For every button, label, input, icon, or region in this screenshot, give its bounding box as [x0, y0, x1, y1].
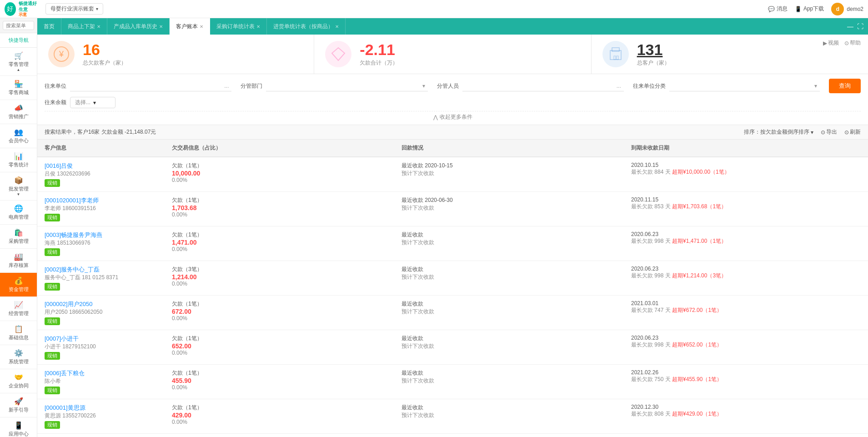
filter-select-category[interactable]: ▾ [669, 81, 820, 91]
close-icon[interactable]: ✕ [335, 24, 339, 29]
collect-info: 最近收款 预计下次收款 [401, 335, 631, 350]
customer-name-link[interactable]: [000001]黄思源 [45, 404, 172, 412]
debt-amount-link[interactable]: 1,471.00 [172, 239, 401, 246]
filter-select-balance[interactable]: 选择... ▾ [70, 97, 115, 108]
quick-nav[interactable]: 快捷导航 [0, 33, 37, 48]
search-input[interactable] [3, 21, 34, 30]
sidebar-item-finance[interactable]: 💰 资金管理 [0, 273, 37, 297]
filter-label-unit: 往来单位 [45, 82, 66, 90]
overdue-link[interactable]: 超期¥10,000.00（1笔） [672, 169, 730, 175]
sidebar-item-member[interactable]: 👥 会员中心 [0, 124, 37, 148]
debt-amount-link[interactable]: 652.00 [172, 342, 401, 350]
sidebar-item-ops[interactable]: 📈 经营管理 [0, 297, 37, 321]
maximize-icon[interactable]: ⛶ [857, 23, 863, 30]
sidebar-item-retail-stats[interactable]: 📊 零售统计 [0, 148, 37, 172]
overdue-link[interactable]: 超期¥672.00（1笔） [672, 307, 722, 313]
due-info: 2021.02.26 最长欠款 750 天 超期¥455.90（1笔） [631, 369, 861, 383]
stat-icon-diamond [325, 41, 351, 67]
overdue-link[interactable]: 超期¥1,703.68（1笔） [672, 203, 727, 210]
sidebar-item-inventory[interactable]: 🏭 库存核算 [0, 249, 37, 273]
debt-amount-link[interactable]: 455.90 [172, 377, 401, 384]
tab-customer-account[interactable]: 客户账本 ✕ [170, 18, 210, 35]
sidebar-item-retail-mgmt[interactable]: 🛒 零售管理 ▲ [0, 48, 37, 76]
debt-amount-link[interactable]: 672.00 [172, 308, 401, 315]
col-header-due: 到期未收款日期 [631, 144, 861, 152]
sidebar-item-marketing[interactable]: 📣 营销推广 [0, 100, 37, 124]
overdue-link[interactable]: 超期¥1,214.00（3笔） [672, 272, 727, 279]
sidebar-item-sys-mgmt[interactable]: ⚙️ 系统管理 [0, 345, 37, 369]
stat-number: -2.11 [360, 42, 398, 57]
overdue-link[interactable]: 超期¥429.00（1笔） [672, 411, 722, 417]
tab-product-shelf[interactable]: 商品上下架 ✕ [61, 18, 107, 35]
collapse-row[interactable]: ⋀ 收起更多条件 [45, 111, 861, 123]
customer-name-link[interactable]: [000002]用户2050 [45, 300, 172, 308]
member-icon: 👥 [14, 128, 23, 136]
debt-amount-link[interactable]: 1,703.68 [172, 204, 401, 211]
filter-input-person[interactable]: ... [462, 81, 624, 91]
tab-home[interactable]: 首页 [37, 18, 61, 35]
user-avatar[interactable]: d demo2 [831, 3, 863, 15]
filter-label-balance: 往来余额 [45, 99, 66, 106]
close-icon[interactable]: ✕ [256, 24, 260, 29]
sidebar-item-purchase[interactable]: 🛍️ 采购管理 [0, 225, 37, 249]
stat-card-debt-customers: ¥ 16 总欠款客户（家） [37, 35, 314, 74]
sidebar-label: 经营管理 [9, 310, 29, 317]
customer-info: [0003]畅捷服务尹海燕 海燕 18513066976 现销 [45, 231, 172, 256]
stat-icon-building [602, 41, 629, 67]
sidebar-item-enterprise[interactable]: 🤝 企业协同 [0, 369, 37, 393]
filter-select-dept[interactable]: ▾ [266, 81, 427, 91]
debt-percent: 0.00% [172, 211, 401, 218]
sidebar-label: 企业协同 [9, 382, 29, 389]
col-header-customer: 客户信息 [45, 144, 172, 152]
stat-label: 欠款合计（万） [360, 59, 398, 67]
chevron-icon: ▲ [17, 68, 20, 72]
purchase-icon: 🛍️ [14, 228, 23, 237]
company-selector[interactable]: 母婴行业演示账套 ▾ [45, 3, 103, 15]
sidebar-item-app-center[interactable]: 📱 应用中心 [0, 417, 37, 437]
sort-control[interactable]: 排序：按欠款金额倒序排序 ▾ [744, 128, 813, 136]
refresh-btn[interactable]: ⊙ 刷新 [844, 128, 861, 136]
stat-label: 总欠款客户（家） [83, 59, 126, 67]
tab-product-history[interactable]: 产成品入库单历史 ✕ [107, 18, 170, 35]
app-download-btn[interactable]: 📱 App下载 [795, 5, 824, 13]
due-info: 2020.12.30 最长欠款 808 天 超期¥429.00（1笔） [631, 404, 861, 418]
customer-name-link[interactable]: [0016]吕俊 [45, 162, 172, 170]
customer-name-link[interactable]: [0003]畅捷服务尹海燕 [45, 231, 172, 239]
customer-name-link[interactable]: [0001020001]李老师 [45, 196, 172, 205]
help-icon: ⊙ [844, 40, 849, 46]
video-btn[interactable]: ▶ 视频 [823, 39, 839, 47]
tab-purchase-stats[interactable]: 采购订单统计表 ✕ [210, 18, 267, 35]
collect-info: 最近收款 预计下次收款 [401, 404, 631, 419]
close-icon[interactable]: ✕ [97, 24, 100, 29]
sidebar-item-batch-mgmt[interactable]: 📦 批发管理 ▼ [0, 172, 37, 201]
minimize-icon[interactable]: — [847, 23, 853, 30]
sidebar-item-base-info[interactable]: 📋 基础信息 [0, 321, 37, 345]
close-icon[interactable]: ✕ [200, 24, 203, 29]
collapse-icon: ⋀ [433, 114, 438, 121]
debt-amount-link[interactable]: 10,000.00 [172, 170, 401, 177]
sidebar-item-retail-mall[interactable]: 🏪 零售商城 [0, 76, 37, 100]
overdue-link[interactable]: 超期¥652.00（1笔） [672, 342, 722, 348]
overdue-link[interactable]: 超期¥455.90（1笔） [672, 376, 722, 382]
filter-input-unit[interactable]: ... [70, 81, 231, 91]
query-button[interactable]: 查询 [829, 79, 861, 93]
customer-name-link[interactable]: [0002]服务中心_丁磊 [45, 266, 172, 274]
message-btn[interactable]: 💬 消息 [768, 5, 788, 13]
help-btn[interactable]: ⊙ 帮助 [844, 39, 861, 47]
filter-label-category: 往来单位分类 [633, 82, 666, 90]
export-btn[interactable]: ⊙ 导出 [821, 128, 837, 136]
customer-name-link[interactable]: [0007]小进干 [45, 335, 172, 343]
debt-amount-link[interactable]: 429.00 [172, 412, 401, 419]
base-info-icon: 📋 [14, 325, 23, 333]
sidebar-item-ecommerce[interactable]: 🌐 电商管理 [0, 201, 37, 225]
table-row: [0006]丢下粮仓 陈小希 现销 欠款（1笔） 455.90 0.00% 最近… [37, 365, 868, 399]
filter-label-person: 分管人员 [437, 82, 459, 90]
tab-import-stats[interactable]: 进货单统计表（按商品） ✕ [267, 18, 346, 35]
chevron-icon: ▼ [17, 192, 20, 196]
overdue-link[interactable]: 超期¥1,471.00（1笔） [672, 238, 727, 244]
customer-name-link[interactable]: [0006]丢下粮仓 [45, 369, 172, 377]
sidebar-search[interactable] [0, 18, 37, 33]
close-icon[interactable]: ✕ [159, 24, 163, 29]
sidebar-item-new-guide[interactable]: 🚀 新手引导 [0, 393, 37, 417]
debt-amount-link[interactable]: 1,214.00 [172, 273, 401, 281]
